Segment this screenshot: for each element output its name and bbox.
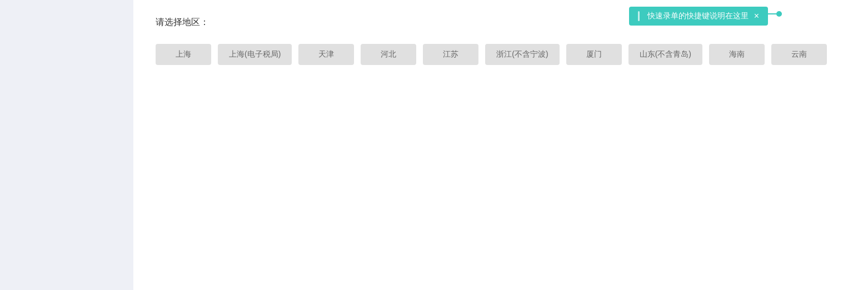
region-btn-shandong[interactable]: 山东(不含青岛) [628,44,702,65]
tooltip-text: 快速录单的快捷键说明在这里 [647,11,749,21]
region-btn-xiamen[interactable]: 厦门 [566,44,622,65]
tooltip-bubble: 快速录单的快捷键说明在这里 × [629,7,768,26]
region-btn-yunnan[interactable]: 云南 [771,44,827,65]
region-btn-hebei[interactable]: 河北 [361,44,416,65]
region-btn-tianjin[interactable]: 天津 [298,44,354,65]
region-btn-shanghai-etax[interactable]: 上海(电子税局) [218,44,292,65]
region-btn-shanghai[interactable]: 上海 [156,44,211,65]
tooltip-close-button[interactable]: × [754,12,759,21]
region-btn-zhejiang[interactable]: 浙江(不含宁波) [485,44,559,65]
region-grid: 上海上海(电子税局)天津河北江苏浙江(不含宁波)厦门山东(不含青岛)海南云南 [156,44,846,65]
main-content: 请选择地区： 上海上海(电子税局)天津河北江苏浙江(不含宁波)厦门山东(不含青岛… [133,0,868,290]
sidebar [0,0,133,290]
region-btn-hainan[interactable]: 海南 [709,44,765,65]
tooltip-dot [776,11,782,17]
region-btn-jiangsu[interactable]: 江苏 [423,44,478,65]
